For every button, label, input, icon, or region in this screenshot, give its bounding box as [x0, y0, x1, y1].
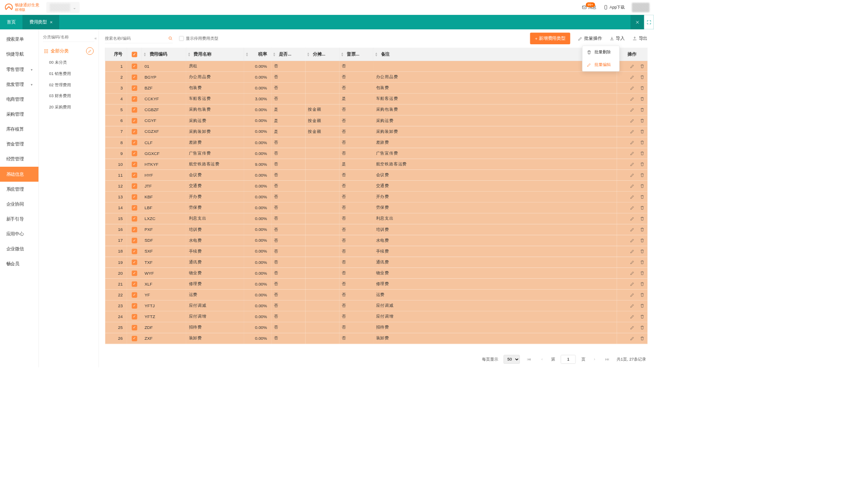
add-expense-type-button[interactable]: + 新增费用类型 — [530, 33, 571, 44]
row-checkbox[interactable]: ✓ — [132, 183, 137, 188]
cell-select[interactable]: ✓ — [127, 72, 142, 83]
table-row[interactable]: 25✓ZDF招待费0.00%否否招待费 — [105, 322, 647, 333]
row-checkbox[interactable]: ✓ — [132, 281, 137, 286]
row-edit-button[interactable] — [630, 96, 635, 101]
row-delete-button[interactable] — [640, 259, 645, 264]
cell-select[interactable]: ✓ — [127, 289, 142, 300]
tree-all-categories[interactable]: 全部分类 — [39, 45, 99, 57]
perpage-select[interactable]: 50 — [504, 355, 520, 364]
row-checkbox[interactable]: ✓ — [132, 205, 137, 211]
nav-企业微信[interactable]: 企业微信 — [0, 242, 38, 257]
row-delete-button[interactable] — [640, 140, 645, 145]
table-container[interactable]: 序号✓▲▼费用编码▲▼费用名称▲▼税率▲▼是否...▲▼分摊...▲▼普票...… — [99, 47, 653, 351]
col-操作[interactable]: 操作 — [617, 48, 647, 61]
row-checkbox[interactable]: ✓ — [132, 63, 137, 69]
row-delete-button[interactable] — [640, 271, 645, 276]
first-page-button[interactable]: ⏮ — [525, 356, 533, 363]
col-select[interactable]: ✓ — [127, 48, 142, 61]
cell-select[interactable]: ✓ — [127, 169, 142, 180]
table-row[interactable]: 5✓CGBZF采购包装费0.00%是按金额否采购包装费 — [105, 104, 647, 115]
col-分摊...[interactable]: ▲▼分摊... — [305, 48, 339, 61]
row-checkbox[interactable]: ✓ — [132, 292, 137, 297]
tabstrip-close-button[interactable] — [631, 15, 644, 29]
batch-ops-button[interactable]: 批量操作 — [578, 35, 602, 42]
prev-page-button[interactable]: ‹ — [538, 356, 546, 363]
col-备注[interactable]: ▲▼备注 — [373, 48, 617, 61]
col-是否...[interactable]: ▲▼是否... — [271, 48, 305, 61]
row-delete-button[interactable] — [640, 292, 645, 297]
row-checkbox[interactable]: ✓ — [132, 172, 137, 178]
last-page-button[interactable]: ⏭ — [604, 356, 611, 363]
cell-select[interactable]: ✓ — [127, 83, 142, 94]
row-checkbox[interactable]: ✓ — [132, 238, 137, 243]
row-edit-button[interactable] — [630, 75, 635, 80]
table-row[interactable]: 15✓LXZC利息支出0.00%否否利息支出 — [105, 213, 647, 224]
row-checkbox[interactable]: ✓ — [132, 161, 137, 167]
row-checkbox[interactable]: ✓ — [132, 96, 137, 102]
row-edit-button[interactable] — [630, 227, 635, 232]
close-icon[interactable]: ✕ — [50, 20, 52, 24]
row-edit-button[interactable] — [630, 64, 635, 69]
row-delete-button[interactable] — [640, 162, 645, 167]
col-普票...[interactable]: ▲▼普票... — [339, 48, 373, 61]
nav-应用中心[interactable]: 应用中心 — [0, 226, 38, 241]
row-edit-button[interactable] — [630, 336, 635, 341]
row-edit-button[interactable] — [630, 259, 635, 264]
avatar[interactable] — [632, 3, 650, 12]
nav-新手引导[interactable]: 新手引导 — [0, 211, 38, 226]
cell-select[interactable]: ✓ — [127, 300, 142, 311]
nav-零售管理[interactable]: 零售管理▾ — [0, 62, 38, 77]
nav-搜索菜单[interactable]: 搜索菜单 — [0, 32, 38, 47]
row-checkbox[interactable]: ✓ — [132, 75, 137, 80]
row-edit-button[interactable] — [630, 194, 635, 199]
search-icon[interactable] — [168, 36, 173, 41]
cell-select[interactable]: ✓ — [127, 267, 142, 278]
cell-select[interactable]: ✓ — [127, 115, 142, 126]
company-switcher[interactable]: ⌄ — [46, 2, 80, 13]
cell-select[interactable]: ✓ — [127, 180, 142, 191]
cell-select[interactable]: ✓ — [127, 224, 142, 235]
table-row[interactable]: 9✓GGXCF广告宣传费0.00%否否广告宣传费 — [105, 148, 647, 159]
tree-item[interactable]: 03 财务费用 — [39, 90, 99, 102]
row-checkbox[interactable]: ✓ — [132, 314, 137, 319]
row-delete-button[interactable] — [640, 64, 645, 69]
nav-采购管理[interactable]: 采购管理 — [0, 107, 38, 122]
app-download-button[interactable]: App下载 — [603, 5, 625, 10]
col-费用名称[interactable]: ▲▼费用名称 — [186, 48, 244, 61]
table-row[interactable]: 24✓YFTZ应付调增0.00%否否应付调增 — [105, 311, 647, 322]
page-input[interactable] — [561, 355, 576, 364]
row-edit-button[interactable] — [630, 314, 635, 319]
cell-select[interactable]: ✓ — [127, 311, 142, 322]
tab-费用类型[interactable]: 费用类型✕ — [23, 15, 59, 29]
row-checkbox[interactable]: ✓ — [132, 325, 137, 330]
cell-select[interactable]: ✓ — [127, 94, 142, 104]
cell-select[interactable]: ✓ — [127, 322, 142, 333]
tree-search-input[interactable] — [43, 33, 94, 42]
row-checkbox[interactable]: ✓ — [132, 303, 137, 309]
row-edit-button[interactable] — [630, 238, 635, 243]
cell-select[interactable]: ✓ — [127, 257, 142, 267]
tree-collapse-button[interactable]: « — [93, 33, 99, 44]
row-delete-button[interactable] — [640, 205, 645, 210]
table-row[interactable]: 21✓XLF修理费0.00%否否修理费 — [105, 278, 647, 289]
row-checkbox[interactable]: ✓ — [132, 249, 137, 254]
table-row[interactable]: 8✓CLF差旅费0.00%否否差旅费 — [105, 137, 647, 148]
row-edit-button[interactable] — [630, 303, 635, 308]
row-checkbox[interactable]: ✓ — [132, 85, 137, 91]
row-delete-button[interactable] — [640, 75, 645, 80]
row-edit-button[interactable] — [630, 271, 635, 276]
messages-button[interactable]: 消息 99+ — [582, 5, 596, 10]
row-delete-button[interactable] — [640, 336, 645, 341]
dropdown-批量编辑[interactable]: 批量编辑 — [582, 59, 619, 71]
tree-item[interactable]: 02 管理费用 — [39, 79, 99, 90]
row-delete-button[interactable] — [640, 183, 645, 188]
cell-select[interactable]: ✓ — [127, 159, 142, 169]
row-delete-button[interactable] — [640, 325, 645, 330]
cell-select[interactable]: ✓ — [127, 126, 142, 137]
table-row[interactable]: 19✓TXF通讯费0.00%否否通讯费 — [105, 257, 647, 267]
cell-select[interactable]: ✓ — [127, 148, 142, 159]
table-row[interactable]: 23✓YFTJ应付调减0.00%否否应付调减 — [105, 300, 647, 311]
row-delete-button[interactable] — [640, 96, 645, 101]
row-edit-button[interactable] — [630, 118, 635, 123]
nav-经营管理[interactable]: 经营管理 — [0, 152, 38, 167]
